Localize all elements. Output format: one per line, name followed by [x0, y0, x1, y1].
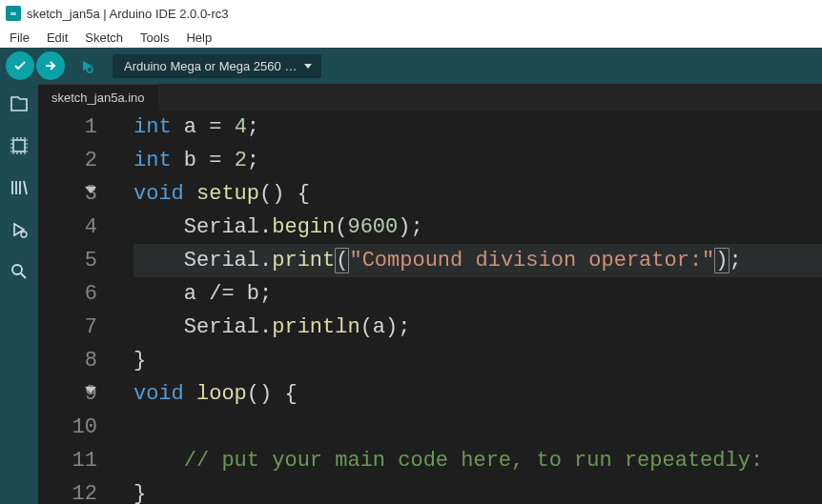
file-tab[interactable]: sketch_jan5a.ino [38, 84, 158, 111]
code-line: int b = 2; [134, 144, 822, 177]
code-line: } [134, 477, 822, 504]
board-name: Arduino Mega or Mega 2560 … [124, 59, 297, 73]
arduino-logo-icon: ∞ [6, 6, 21, 21]
sketchbook-icon[interactable] [5, 90, 33, 118]
svg-point-0 [87, 67, 92, 72]
toolbar: Arduino Mega or Mega 2560 … [0, 48, 822, 84]
code-line: // put your main code here, to run repea… [134, 444, 822, 477]
svg-point-3 [12, 265, 22, 274]
menu-tools[interactable]: Tools [133, 29, 176, 47]
verify-button[interactable] [6, 51, 34, 80]
code-editor[interactable]: 1 2 3 4 5 6 7 8 9 10 11 12 int a = 4; in… [38, 111, 822, 504]
fold-icon[interactable] [85, 387, 96, 393]
debug-button[interactable] [72, 51, 101, 80]
menu-sketch[interactable]: Sketch [77, 29, 131, 47]
library-manager-icon[interactable] [5, 173, 33, 202]
boards-manager-icon[interactable] [5, 131, 33, 160]
activity-bar [0, 84, 38, 504]
code-line: int a = 4; [134, 111, 822, 144]
code-line: Serial.println(a); [134, 311, 822, 344]
search-icon[interactable] [5, 257, 33, 286]
code-line: a /= b; [134, 277, 822, 311]
fold-icon[interactable] [85, 187, 96, 193]
code-lines[interactable]: int a = 4; int b = 2; void setup() { Ser… [114, 111, 822, 504]
code-line: void loop() { [134, 377, 822, 411]
code-line: } [134, 344, 822, 377]
svg-rect-1 [13, 140, 25, 151]
menu-file[interactable]: File [2, 29, 37, 47]
svg-point-2 [21, 232, 27, 237]
code-line [134, 411, 822, 444]
board-selector[interactable]: Arduino Mega or Mega 2560 … [113, 54, 321, 78]
tab-bar: sketch_jan5a.ino [38, 84, 822, 111]
upload-button[interactable] [36, 51, 65, 80]
code-line: void setup() { [134, 177, 822, 211]
titlebar: ∞ sketch_jan5a | Arduino IDE 2.0.0-rc3 [0, 0, 822, 27]
editor-area: sketch_jan5a.ino 1 2 3 4 5 6 7 8 9 10 11… [38, 84, 822, 504]
debug-icon[interactable] [5, 215, 33, 244]
menu-edit[interactable]: Edit [39, 29, 75, 47]
line-gutter: 1 2 3 4 5 6 7 8 9 10 11 12 [38, 111, 114, 504]
code-line: Serial.begin(9600); [134, 211, 822, 244]
code-line: Serial.print("Compound division operator… [134, 244, 822, 277]
window-title: sketch_jan5a | Arduino IDE 2.0.0-rc3 [27, 7, 229, 21]
menubar: File Edit Sketch Tools Help [0, 27, 822, 48]
menu-help[interactable]: Help [178, 29, 219, 47]
